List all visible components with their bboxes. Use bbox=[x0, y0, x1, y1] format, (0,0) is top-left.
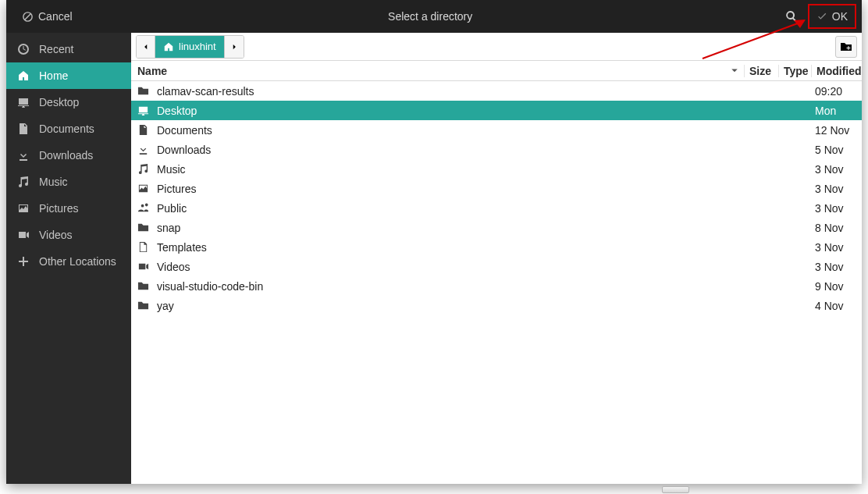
new-folder-button[interactable] bbox=[835, 36, 857, 58]
people-icon bbox=[137, 202, 149, 214]
sidebar-item-label: Desktop bbox=[39, 96, 79, 108]
file-name: clamav-scan-results bbox=[157, 85, 254, 98]
doc-icon bbox=[17, 123, 30, 135]
check-icon bbox=[816, 11, 827, 22]
file-modified: 3 Nov bbox=[812, 202, 862, 215]
home-icon bbox=[17, 69, 30, 82]
sidebar-item-other-locations[interactable]: Other Locations bbox=[6, 248, 131, 275]
sidebar-item-videos[interactable]: Videos bbox=[6, 222, 131, 248]
ok-button[interactable]: OK bbox=[809, 7, 856, 26]
desktop-icon bbox=[137, 105, 149, 116]
file-modified: 3 Nov bbox=[812, 241, 862, 254]
path-back-button[interactable] bbox=[137, 36, 155, 58]
cancel-icon bbox=[22, 11, 34, 23]
sidebar-item-label: Music bbox=[39, 176, 68, 188]
file-modified: 09:20 bbox=[812, 85, 862, 98]
sort-indicator-icon bbox=[730, 65, 739, 77]
file-name: Downloads bbox=[157, 144, 211, 156]
file-row[interactable]: Videos3 Nov bbox=[131, 257, 862, 276]
desktop-icon bbox=[17, 96, 30, 108]
file-row[interactable]: visual-studio-code-bin9 Nov bbox=[131, 276, 862, 296]
file-name: Templates bbox=[157, 241, 207, 254]
file-row[interactable]: Templates3 Nov bbox=[131, 237, 862, 257]
file-modified: 3 Nov bbox=[812, 261, 862, 273]
file-name: Desktop bbox=[157, 105, 197, 117]
sidebar-item-label: Home bbox=[39, 69, 68, 82]
breadcrumb-home[interactable]: linuxhint bbox=[155, 36, 225, 58]
breadcrumb-label: linuxhint bbox=[179, 41, 216, 52]
file-name: yay bbox=[157, 300, 174, 312]
file-row[interactable]: Public3 Nov bbox=[131, 198, 862, 218]
file-modified: 12 Nov bbox=[812, 124, 862, 137]
file-modified: 8 Nov bbox=[812, 222, 862, 234]
cancel-label: Cancel bbox=[38, 10, 73, 23]
sidebar-item-label: Documents bbox=[39, 123, 94, 135]
video-icon bbox=[137, 261, 149, 272]
download-icon bbox=[137, 144, 149, 155]
column-header-type[interactable]: Type bbox=[779, 65, 812, 77]
file-modified: Mon bbox=[812, 105, 862, 117]
column-header-modified[interactable]: Modified bbox=[812, 65, 862, 77]
download-icon bbox=[17, 149, 30, 162]
video-icon bbox=[17, 229, 30, 241]
folder-icon bbox=[137, 280, 149, 292]
chevron-left-icon bbox=[142, 43, 150, 51]
sidebar-item-label: Videos bbox=[39, 229, 73, 241]
column-header-name[interactable]: Name bbox=[131, 65, 745, 77]
sidebar-item-desktop[interactable]: Desktop bbox=[6, 89, 131, 116]
sidebar-item-label: Downloads bbox=[39, 149, 93, 162]
sidebar-item-recent[interactable]: Recent bbox=[6, 36, 131, 62]
column-headers: Name Size Type Modified bbox=[131, 61, 862, 81]
file-row[interactable]: Pictures3 Nov bbox=[131, 179, 862, 198]
file-modified: 9 Nov bbox=[812, 280, 862, 293]
chevron-right-icon bbox=[230, 43, 238, 51]
pathbar: linuxhint bbox=[131, 33, 862, 61]
clock-icon bbox=[17, 43, 30, 55]
file-modified: 3 Nov bbox=[812, 163, 862, 176]
music-icon bbox=[17, 176, 30, 188]
sidebar-item-label: Other Locations bbox=[39, 255, 116, 268]
titlebar: Cancel Select a directory OK bbox=[6, 0, 862, 33]
sidebar-item-music[interactable]: Music bbox=[6, 169, 131, 195]
doc-icon bbox=[137, 124, 149, 136]
file-name: Music bbox=[157, 163, 186, 176]
dialog-title: Select a directory bbox=[80, 10, 781, 23]
file-row[interactable]: Documents12 Nov bbox=[131, 120, 862, 140]
search-button[interactable] bbox=[781, 5, 802, 27]
file-row[interactable]: clamav-scan-results09:20 bbox=[131, 81, 862, 101]
template-icon bbox=[137, 241, 149, 253]
sidebar-item-documents[interactable]: Documents bbox=[6, 116, 131, 142]
path-forward-button[interactable] bbox=[225, 36, 244, 58]
file-name: Pictures bbox=[157, 183, 197, 195]
image-icon bbox=[17, 202, 30, 215]
column-header-size[interactable]: Size bbox=[745, 65, 779, 77]
file-row[interactable]: Music3 Nov bbox=[131, 159, 862, 179]
ok-label: OK bbox=[832, 10, 848, 23]
file-modified: 3 Nov bbox=[812, 183, 862, 195]
sidebar-item-label: Pictures bbox=[39, 202, 79, 215]
image-icon bbox=[137, 183, 149, 194]
file-name: visual-studio-code-bin bbox=[157, 280, 263, 293]
new-folder-icon bbox=[840, 41, 852, 53]
sidebar-item-pictures[interactable]: Pictures bbox=[6, 195, 131, 222]
sidebar-item-home[interactable]: Home bbox=[6, 62, 131, 89]
file-modified: 4 Nov bbox=[812, 300, 862, 312]
home-icon bbox=[163, 41, 174, 52]
plus-icon bbox=[17, 255, 30, 268]
file-row[interactable]: Downloads5 Nov bbox=[131, 140, 862, 159]
file-list[interactable]: clamav-scan-results09:20DesktopMonDocume… bbox=[131, 81, 862, 484]
file-row[interactable]: DesktopMon bbox=[131, 101, 862, 120]
file-name: snap bbox=[157, 222, 180, 234]
folder-icon bbox=[137, 85, 149, 97]
sidebar-item-downloads[interactable]: Downloads bbox=[6, 142, 131, 169]
scrollbar-thumb[interactable] bbox=[662, 486, 689, 493]
sidebar-item-label: Recent bbox=[39, 43, 73, 55]
folder-icon bbox=[137, 300, 149, 311]
file-row[interactable]: yay4 Nov bbox=[131, 296, 862, 315]
file-name: Public bbox=[157, 202, 187, 215]
places-sidebar: RecentHomeDesktopDocumentsDownloadsMusic… bbox=[6, 33, 131, 484]
file-name: Documents bbox=[157, 124, 212, 137]
cancel-button[interactable]: Cancel bbox=[14, 7, 80, 26]
file-row[interactable]: snap8 Nov bbox=[131, 218, 862, 237]
file-chooser-dialog: Cancel Select a directory OK RecentHomeD… bbox=[6, 0, 862, 484]
